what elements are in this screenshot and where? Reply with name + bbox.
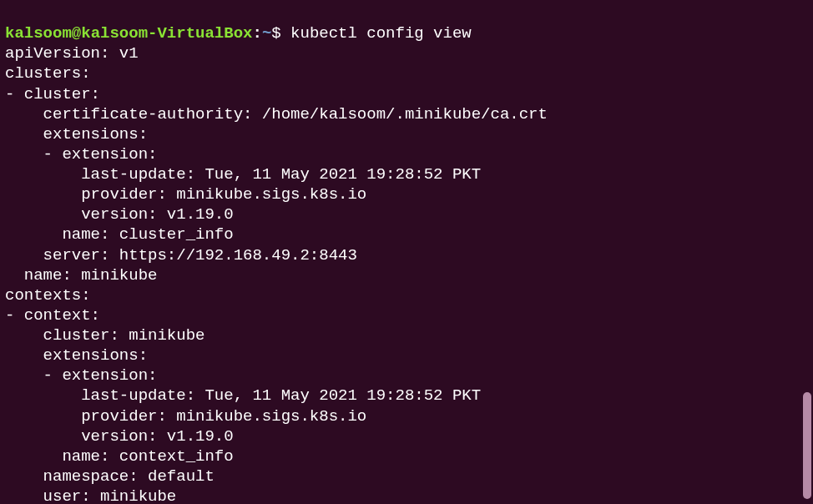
output-line: apiVersion: v1 [5, 44, 139, 63]
output-line: last-update: Tue, 11 May 2021 19:28:52 P… [5, 165, 481, 184]
output-line: provider: minikube.sigs.k8s.io [5, 407, 366, 426]
command-text: kubectl config view [290, 24, 472, 43]
scrollbar-thumb[interactable] [803, 392, 811, 499]
terminal-area[interactable]: kalsoom@kalsoom-VirtualBox:~$ kubectl co… [5, 3, 808, 504]
prompt-user: kalsoom [5, 24, 72, 43]
output-line: - extension: [5, 145, 157, 164]
output-line: version: v1.19.0 [5, 427, 234, 446]
output-line: - extension: [5, 366, 157, 385]
output-line: user: minikube [5, 487, 176, 504]
output-line: extensions: [5, 125, 148, 144]
output-line: certificate-authority: /home/kalsoom/.mi… [5, 105, 548, 123]
prompt-dollar: $ [271, 24, 280, 43]
output-line: extensions: [5, 346, 148, 365]
output-line: cluster: minikube [5, 326, 205, 345]
output-line: name: cluster_info [5, 225, 234, 244]
prompt-line: kalsoom@kalsoom-VirtualBox:~$ kubectl co… [5, 24, 472, 43]
output-line: - context: [5, 306, 100, 325]
prompt-path: ~ [262, 24, 271, 43]
prompt-colon: : [252, 24, 261, 43]
output-line: - cluster: [5, 85, 100, 103]
output-line: name: context_info [5, 447, 234, 466]
output-line: name: minikube [5, 266, 157, 285]
output-line: server: https://192.168.49.2:8443 [5, 246, 357, 265]
output-line: contexts: [5, 286, 91, 305]
output-line: version: v1.19.0 [5, 205, 234, 224]
output-line: namespace: default [5, 467, 215, 486]
prompt-host: kalsoom-VirtualBox [81, 24, 252, 43]
output-line: provider: minikube.sigs.k8s.io [5, 185, 366, 204]
output-line: last-update: Tue, 11 May 2021 19:28:52 P… [5, 386, 481, 405]
output-line: clusters: [5, 64, 91, 83]
prompt-at: @ [72, 24, 81, 43]
